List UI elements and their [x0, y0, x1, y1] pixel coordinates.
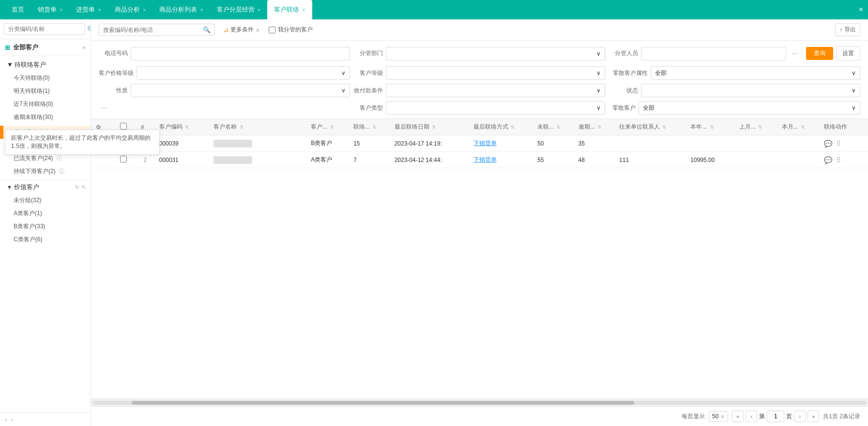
name-sort-icon[interactable]: ⇅: [240, 124, 244, 130]
sidebar: 🔍 ⊞ 全部客户 « ▼ 待联络客户 今天待联络(0) 明天待联络(1) 近7天…: [0, 19, 91, 426]
thismonth-sort-icon[interactable]: ⇅: [801, 124, 805, 130]
manager-dots[interactable]: ···: [792, 49, 798, 58]
nav-home[interactable]: 首页: [5, 0, 31, 19]
all-customers-header[interactable]: ⊞ 全部客户 «: [0, 39, 91, 56]
nav-analysis[interactable]: 商品分析 ×: [108, 0, 152, 19]
row2-actions: 💬 ⠿: [819, 152, 868, 168]
sidebar-item-unclassified[interactable]: 未分组(32): [0, 194, 91, 207]
level-sort-icon[interactable]: ⇅: [330, 124, 334, 130]
row1-last-method[interactable]: 下销货单: [469, 135, 533, 152]
refresh-icon[interactable]: ↻: [75, 184, 79, 191]
settings-button[interactable]: 设置: [836, 46, 860, 60]
toolbar-search: 🔍: [99, 24, 215, 36]
search-input[interactable]: [103, 27, 203, 33]
sidebar-item-today[interactable]: 今天待联络(0): [0, 72, 91, 85]
phone-input[interactable]: [131, 47, 350, 60]
table-row: 2 000031 A类客户 7 2023-04-12 14:44: 下销货单: [91, 152, 868, 168]
customer-level-select[interactable]: ∨: [386, 66, 605, 80]
overdue-sort-icon[interactable]: ⇅: [597, 124, 601, 130]
nature-select[interactable]: ∨: [131, 84, 350, 97]
sidebar-bottom-nav: ‹ ›: [0, 412, 91, 426]
lastmonth-sort-icon[interactable]: ⇅: [758, 124, 762, 130]
row2-more-icon[interactable]: ⠿: [836, 156, 841, 164]
page-number-input[interactable]: [767, 411, 784, 422]
filter-phone: 电话号码: [99, 47, 350, 60]
sidebar-search-icon[interactable]: 🔍: [87, 26, 91, 33]
filter-nature: 性质 ∨: [99, 84, 350, 97]
unitcontact-sort-icon[interactable]: ⇅: [662, 124, 666, 130]
nav-analysis-list[interactable]: 商品分析列表 ×: [152, 0, 210, 19]
lastmethod-sort-icon[interactable]: ⇅: [511, 124, 515, 130]
nav-analysis-list-close[interactable]: ×: [200, 7, 203, 13]
status-select[interactable]: ∨: [641, 84, 860, 97]
first-page-button[interactable]: «: [732, 411, 744, 422]
nav-customer-contact[interactable]: 客户联络 ×: [267, 0, 312, 19]
select-all-checkbox[interactable]: [120, 123, 127, 130]
row2-message-icon[interactable]: 💬: [824, 156, 832, 164]
nav-customer-mgmt[interactable]: 客户分层经营 ×: [210, 0, 267, 19]
table-container: ⚙ # 客户编码 ⇅ 客户名称: [91, 119, 868, 398]
horizontal-scrollbar[interactable]: [91, 398, 868, 406]
code-sort-icon[interactable]: ⇅: [185, 124, 189, 130]
sidebar-item-class-a[interactable]: A类客户(1): [0, 207, 91, 220]
contact-sort-icon[interactable]: ⇅: [372, 124, 376, 130]
tooltip-box: 距客户上次交易时长，超过了此客户的平均交易周期的1.5倍，则视为异常。: [5, 130, 160, 155]
export-button[interactable]: ↑ 导出: [835, 23, 860, 36]
row1-more-icon[interactable]: ⠿: [836, 140, 841, 147]
nav-sales[interactable]: 销货单 ×: [31, 0, 69, 19]
value-customer-group-header[interactable]: ▼ 价值客户 ↻ ✎: [0, 180, 91, 194]
department-select[interactable]: ∨: [386, 47, 605, 60]
row1-message-icon[interactable]: 💬: [824, 140, 832, 147]
sidebar-item-class-b[interactable]: B类客户(33): [0, 220, 91, 233]
query-button[interactable]: 查询: [806, 47, 833, 60]
nav-sales-close[interactable]: ×: [60, 7, 62, 13]
unread-sort-icon[interactable]: ⇅: [556, 124, 560, 130]
pending-group-header[interactable]: ▼ 待联络客户: [0, 58, 91, 72]
prev-page-button[interactable]: ‹: [746, 411, 757, 422]
sidebar-item-7days[interactable]: 近7天待联络(0): [0, 98, 91, 111]
thisyear-sort-icon[interactable]: ⇅: [710, 124, 714, 130]
row2-select[interactable]: [120, 156, 127, 162]
edit-icon[interactable]: ✎: [81, 184, 86, 191]
next-page-button[interactable]: ›: [794, 411, 806, 422]
price-level-select[interactable]: ∨: [137, 66, 350, 80]
sidebar-next-icon[interactable]: ›: [11, 416, 13, 423]
nav-purchase[interactable]: 进货单 ×: [69, 0, 107, 19]
scrollbar-thumb[interactable]: [132, 401, 634, 405]
sidebar-collapse-icon[interactable]: «: [83, 44, 86, 50]
row2-last-month: [734, 152, 777, 168]
row1-level: B类客户: [306, 135, 349, 152]
retail-customer-select[interactable]: 全部 ∨: [639, 101, 860, 115]
row4-dots[interactable]: ···: [101, 103, 107, 112]
value-group-edit-icons: ↻ ✎: [75, 184, 86, 191]
window-close-button[interactable]: ×: [859, 5, 863, 14]
sidebar-item-declining[interactable]: 持续下滑客户(2) ⓘ: [0, 165, 91, 178]
filter-row-3: 性质 ∨ 收付款条件 ∨: [99, 84, 860, 97]
sidebar-item-class-c[interactable]: C类客户(6): [0, 233, 91, 246]
last-page-button[interactable]: »: [807, 411, 819, 422]
row1-actions: 💬 ⠿: [819, 135, 868, 152]
row1-overdue: 35: [574, 135, 615, 152]
nav-customer-mgmt-close[interactable]: ×: [258, 7, 260, 13]
nav-customer-contact-close[interactable]: ×: [302, 7, 305, 13]
sidebar-search-input[interactable]: [4, 23, 85, 35]
toolbar-search-icon[interactable]: 🔍: [203, 26, 211, 33]
lastdate-sort-icon[interactable]: ⇅: [432, 124, 436, 130]
customer-type-select[interactable]: ∨: [386, 101, 605, 115]
payment-select[interactable]: ∨: [386, 84, 605, 97]
retail-attribute-select[interactable]: 全部 ∨: [651, 66, 860, 80]
col-level: 客户... ⇅: [306, 119, 349, 135]
row2-last-method[interactable]: 下销货单: [469, 152, 533, 168]
nav-purchase-close[interactable]: ×: [98, 7, 101, 13]
page-size-select[interactable]: 50 ∨: [709, 411, 728, 422]
retail-customer-arrow: ∨: [852, 104, 856, 111]
manager-select[interactable]: [641, 47, 786, 60]
my-customer-check[interactable]: [269, 27, 275, 33]
sidebar-item-tomorrow[interactable]: 明天待联络(1): [0, 85, 91, 98]
sidebar-item-overdue[interactable]: 逾期未联络(30): [0, 111, 91, 124]
department-arrow: ∨: [596, 50, 601, 57]
my-customer-checkbox[interactable]: 我分管的客户: [269, 26, 313, 34]
nav-analysis-close[interactable]: ×: [143, 7, 146, 13]
sidebar-prev-icon[interactable]: ‹: [5, 416, 7, 423]
more-filter-button[interactable]: ⊿ 更多条件 ∧: [220, 24, 264, 36]
